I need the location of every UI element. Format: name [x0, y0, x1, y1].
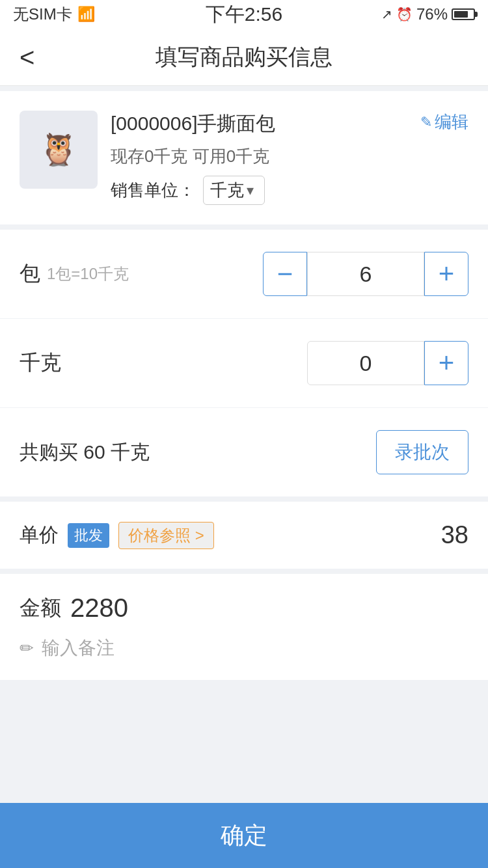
confirm-bar[interactable]: 确定 — [0, 803, 488, 868]
kg-plus-button[interactable]: + — [424, 341, 468, 385]
price-label: 单价 — [20, 522, 59, 549]
bao-plus-button[interactable]: + — [424, 252, 468, 296]
page-title: 填写商品购买信息 — [156, 42, 332, 72]
kg-input[interactable] — [307, 341, 424, 385]
amount-value: 2280 — [70, 593, 128, 623]
kg-controls: + — [307, 341, 468, 385]
carrier-text: 无SIM卡 — [13, 4, 72, 25]
kg-label: 千克 — [20, 349, 61, 377]
product-stock: 现存0千克 可用0千克 — [111, 145, 468, 168]
unit-value: 千克 — [210, 179, 244, 202]
product-card: 🦉 [0000006]手撕面包 ✎ 编辑 现存0千克 可用0千克 销售单位： 千… — [0, 91, 488, 230]
edit-button[interactable]: ✎ 编辑 — [420, 111, 468, 133]
price-value: 38 — [441, 521, 468, 549]
kg-row: 千克 + — [0, 319, 488, 408]
location-icon: ↗ — [381, 7, 392, 22]
battery-icon — [452, 8, 475, 20]
bao-controls: − + — [263, 252, 468, 296]
confirm-button-label: 确定 — [221, 820, 267, 852]
alarm-icon: ⏰ — [396, 7, 413, 22]
record-batch-button[interactable]: 录批次 — [376, 430, 468, 474]
status-left: 无SIM卡 📶 — [13, 4, 95, 25]
amount-section: 金额 2280 ✏ 输入备注 — [0, 574, 488, 685]
bao-row: 包 1包=10千克 − + — [0, 230, 488, 319]
product-thumbnail: 🦉 — [20, 111, 98, 189]
wifi-icon: 📶 — [77, 6, 95, 23]
total-row: 共购买 60 千克 录批次 — [0, 408, 488, 496]
bao-input[interactable] — [307, 252, 424, 296]
product-info: [0000006]手撕面包 ✎ 编辑 现存0千克 可用0千克 销售单位： 千克 … — [111, 111, 468, 205]
batch-tag: 批发 — [68, 523, 109, 548]
amount-row: 金额 2280 — [20, 593, 468, 623]
main-content: 🦉 [0000006]手撕面包 ✎ 编辑 现存0千克 可用0千克 销售单位： 千… — [0, 91, 488, 868]
status-right: ↗ ⏰ 76% — [381, 5, 475, 23]
quantity-section: 包 1包=10千克 − + 千克 + 共购买 60 千克 录批次 — [0, 230, 488, 502]
bao-minus-button[interactable]: − — [263, 252, 307, 296]
price-section: 单价 批发 价格参照 > 38 — [0, 502, 488, 574]
unit-select[interactable]: 千克 ▾ — [203, 176, 265, 205]
price-reference-button[interactable]: 价格参照 > — [118, 522, 214, 549]
battery-percent: 76% — [416, 5, 448, 23]
note-placeholder: 输入备注 — [42, 636, 115, 660]
nav-bar: < 填写商品购买信息 — [0, 29, 488, 86]
note-row[interactable]: ✏ 输入备注 — [20, 636, 468, 660]
bao-sublabel: 1包=10千克 — [47, 264, 129, 284]
edit-icon: ✎ — [420, 114, 432, 131]
dropdown-arrow-icon: ▾ — [247, 182, 254, 199]
bao-label: 包 — [20, 260, 40, 288]
product-unit-row: 销售单位： 千克 ▾ — [111, 176, 468, 205]
edit-label: 编辑 — [435, 111, 468, 133]
price-ref-label: 价格参照 > — [128, 525, 204, 546]
back-button[interactable]: < — [20, 44, 34, 70]
amount-label: 金额 — [20, 594, 61, 623]
status-bar: 无SIM卡 📶 下午2:56 ↗ ⏰ 76% — [0, 0, 488, 29]
total-label: 共购买 60 千克 — [20, 439, 150, 466]
pencil-icon: ✏ — [20, 638, 34, 658]
product-name: [0000006]手撕面包 — [111, 111, 275, 137]
status-time: 下午2:56 — [206, 1, 282, 28]
unit-label: 销售单位： — [111, 179, 195, 202]
product-logo-icon: 🦉 — [39, 131, 78, 168]
